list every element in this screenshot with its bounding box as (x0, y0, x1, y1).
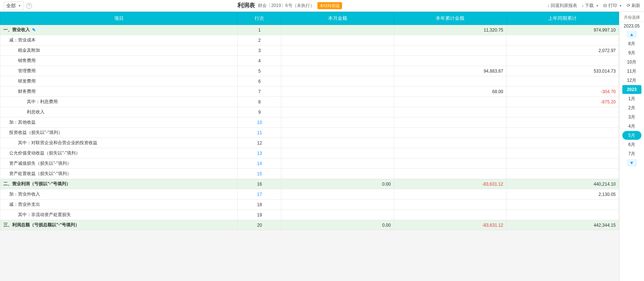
row-cur-amount (281, 189, 394, 200)
row-label: 其中：非流动资产处置损失 (0, 210, 238, 220)
row-label: 加：营业外收入 (0, 189, 238, 200)
row-number[interactable]: 17 (238, 189, 281, 200)
row-ytd-amount (394, 56, 506, 66)
table-row: 资产减值损失（损失以"-"填列）14 (0, 158, 619, 169)
row-prev-amount (506, 76, 619, 87)
top-bar-center: 利润表 财会〔2019〕6号（未执行） 未结转损益 (237, 2, 342, 10)
row-prev-amount (506, 210, 619, 220)
row-label: 资产减值损失（损失以"-"填列） (0, 158, 238, 169)
row-prev-amount (506, 138, 619, 148)
row-cur-amount (281, 35, 394, 45)
row-prev-amount (506, 148, 619, 158)
row-ytd-amount (394, 210, 506, 220)
row-cur-amount (281, 56, 394, 66)
all-select[interactable]: 全部 ▼ (4, 1, 24, 10)
row-number: 8 (238, 97, 281, 107)
download-button[interactable]: ↓ 下载 ▼ (582, 3, 599, 9)
row-prev-amount (506, 200, 619, 210)
col-header-ytd: 本年累计金额 (394, 12, 506, 25)
row-prev-amount: 974,997.10 (506, 25, 619, 35)
sidebar-month-item[interactable]: 3月 (622, 113, 641, 121)
edit-icon[interactable]: ✎ (32, 28, 37, 33)
sidebar-year-label[interactable]: 2023 (622, 85, 641, 94)
sidebar-month-item[interactable]: 7月 (622, 149, 641, 158)
table-row: 其中：利息费用8-875.20 (0, 97, 619, 107)
row-label: 销售费用 (0, 56, 238, 66)
row-label: 公允价值变动收益（损失以"-"填列） (0, 148, 238, 158)
row-cur-amount (281, 117, 394, 128)
table-row: 二、营业利润（亏损以"-"号填列）160.00-83,631.12440,214… (0, 179, 619, 189)
row-cur-amount (281, 158, 394, 169)
page-title: 利润表 (237, 2, 255, 10)
sidebar-month-item[interactable]: 8月 (622, 39, 641, 48)
sidebar-month-item[interactable]: 2月 (622, 103, 641, 112)
row-prev-amount (506, 35, 619, 45)
refresh-button[interactable]: ⟳ 刷新 (627, 3, 640, 9)
sidebar-month-item[interactable]: 5月 (622, 131, 641, 140)
table-row: 减：营业外支出18 (0, 200, 619, 210)
row-prev-amount: 440,214.10 (506, 179, 619, 189)
row-cur-amount (281, 128, 394, 138)
top-bar: 全部 ▼ ? 利润表 财会〔2019〕6号（未执行） 未结转损益 ↓ 回退到原报… (0, 0, 644, 12)
sidebar-month-item[interactable]: 9月 (622, 48, 641, 57)
page-subtitle: 财会〔2019〕6号（未执行） (258, 3, 314, 9)
row-cur-amount (281, 45, 394, 56)
table-row: 投资收益（损失以"-"填列）11 (0, 128, 619, 138)
row-label: 资产处置收益（损失以"-"填列） (0, 169, 238, 179)
row-number[interactable]: 15 (238, 169, 281, 179)
row-prev-amount: -304.70 (506, 87, 619, 97)
table-row: 利息收入9 (0, 107, 619, 117)
sidebar-month-item[interactable]: 12月 (622, 76, 641, 85)
row-label: 管理费用 (0, 66, 238, 76)
row-number[interactable]: 10 (238, 117, 281, 128)
row-ytd-amount (394, 169, 506, 179)
top-bar-left: 全部 ▼ ? (4, 1, 32, 10)
sidebar-month-item[interactable]: 11月 (622, 67, 641, 76)
row-number: 5 (238, 66, 281, 76)
row-ytd-amount: -83,631.12 (394, 179, 506, 189)
row-number[interactable]: 13 (238, 148, 281, 158)
row-prev-amount: 2,072.97 (506, 45, 619, 56)
row-label: 财务费用 (0, 87, 238, 97)
row-number: 19 (238, 210, 281, 220)
row-label: 减：营业成本 (0, 35, 238, 45)
col-header-cur: 本月金额 (281, 12, 394, 25)
row-number: 6 (238, 76, 281, 87)
row-number: 1 (238, 25, 281, 35)
row-label: 投资收益（损失以"-"填列） (0, 128, 238, 138)
sidebar-nav-up[interactable]: ▲ (627, 31, 637, 38)
print-button[interactable]: ⊟ 打印 ▼ (603, 3, 622, 9)
table-row: 资产处置收益（损失以"-"填列）15 (0, 169, 619, 179)
row-prev-amount (506, 128, 619, 138)
row-number[interactable]: 14 (238, 158, 281, 169)
sidebar-month-item[interactable]: 6月 (622, 140, 641, 149)
col-header-item: 项目 (0, 12, 238, 25)
row-ytd-amount (394, 117, 506, 128)
row-prev-amount (506, 56, 619, 66)
sidebar-month-item[interactable]: 10月 (622, 58, 641, 66)
table-header-row: 项目 行次 本月金额 本年累计金额 上年同期累计 (0, 12, 619, 25)
row-ytd-amount (394, 35, 506, 45)
row-prev-amount: 2,130.05 (506, 189, 619, 200)
table-row: 三、利润总额（亏损总额以"-"号填列）200.00-83,631.12442,3… (0, 220, 619, 230)
row-ytd-amount: 11,320.75 (394, 25, 506, 35)
question-icon[interactable]: ? (26, 3, 32, 9)
row-number: 9 (238, 107, 281, 117)
back-button[interactable]: ↓ 回退到原报表 (547, 3, 577, 9)
row-ytd-amount: 94,883.87 (394, 66, 506, 76)
sidebar-year: 2023.05 (623, 22, 640, 30)
row-number[interactable]: 11 (238, 128, 281, 138)
table-row: 一、营业收入✎111,320.75974,997.10 (0, 25, 619, 35)
row-label: 加：其他收益 (0, 117, 238, 128)
col-header-prev: 上年同期累计 (506, 12, 619, 25)
sidebar-nav-down[interactable]: ▼ (627, 159, 637, 167)
row-cur-amount (281, 107, 394, 117)
sidebar-month-item[interactable]: 4月 (622, 122, 641, 131)
table-row: 销售费用4 (0, 56, 619, 66)
row-prev-amount (506, 107, 619, 117)
row-label: 利息收入 (0, 107, 238, 117)
chevron-down-icon: ▼ (596, 4, 599, 8)
table-row: 其中：非流动资产处置损失19 (0, 210, 619, 220)
sidebar-month-item[interactable]: 1月 (622, 94, 641, 103)
row-ytd-amount (394, 97, 506, 107)
